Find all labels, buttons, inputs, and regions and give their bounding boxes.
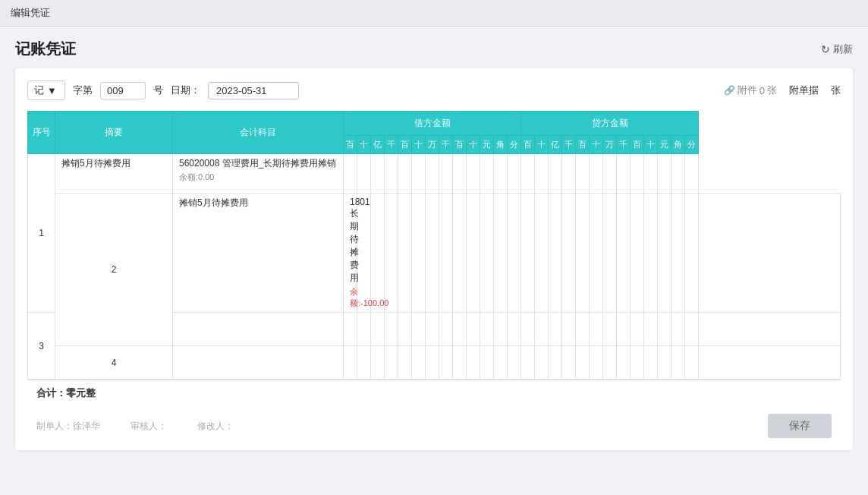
debit-cell[interactable]	[344, 154, 357, 194]
debit-cell[interactable]	[467, 194, 480, 313]
credit-cell[interactable]	[576, 346, 590, 380]
credit-cell[interactable]	[685, 346, 699, 380]
debit-cell[interactable]	[398, 346, 412, 380]
debit-cell[interactable]	[521, 346, 535, 380]
debit-cell[interactable]	[453, 194, 467, 313]
debit-cell[interactable]	[412, 154, 426, 194]
debit-cell[interactable]	[453, 346, 467, 380]
row-account[interactable]: 56020008 管理费用_长期待摊费用摊销余额:0.00	[173, 154, 344, 194]
credit-cell[interactable]	[590, 154, 603, 194]
debit-cell[interactable]	[480, 154, 494, 194]
debit-cell[interactable]	[439, 313, 453, 346]
debit-cell[interactable]	[426, 194, 439, 313]
row-summary[interactable]: 摊销5月待摊费用	[173, 194, 344, 313]
credit-cell[interactable]	[644, 313, 658, 346]
row-account[interactable]	[344, 346, 357, 380]
debit-cell[interactable]	[453, 154, 467, 194]
credit-cell[interactable]	[549, 346, 562, 380]
debit-cell[interactable]	[521, 194, 535, 313]
credit-cell[interactable]	[535, 346, 549, 380]
credit-cell[interactable]	[535, 194, 549, 313]
credit-cell[interactable]	[617, 154, 631, 194]
credit-cell[interactable]	[576, 194, 590, 313]
credit-cell[interactable]	[576, 154, 590, 194]
credit-cell[interactable]	[617, 346, 631, 380]
debit-cell[interactable]	[508, 154, 521, 194]
credit-cell[interactable]	[562, 346, 576, 380]
credit-cell[interactable]	[562, 154, 576, 194]
debit-cell[interactable]	[357, 194, 371, 313]
credit-cell[interactable]	[644, 154, 658, 194]
debit-cell[interactable]	[521, 313, 535, 346]
debit-cell[interactable]	[467, 346, 480, 380]
credit-cell[interactable]	[685, 154, 699, 194]
row-summary[interactable]: 摊销5月待摊费用	[55, 154, 173, 194]
save-button[interactable]: 保存	[768, 414, 832, 438]
debit-cell[interactable]	[439, 154, 453, 194]
debit-cell[interactable]	[357, 346, 371, 380]
credit-cell[interactable]	[671, 194, 685, 313]
debit-cell[interactable]	[412, 346, 426, 380]
credit-cell[interactable]	[562, 313, 576, 346]
credit-cell[interactable]	[576, 313, 590, 346]
credit-cell[interactable]	[631, 313, 644, 346]
debit-cell[interactable]	[508, 194, 521, 313]
credit-cell[interactable]	[590, 346, 603, 380]
debit-cell[interactable]	[371, 346, 385, 380]
debit-cell[interactable]	[385, 346, 398, 380]
credit-cell[interactable]	[671, 154, 685, 194]
credit-cell[interactable]	[549, 313, 562, 346]
credit-cell[interactable]	[603, 313, 617, 346]
credit-cell[interactable]	[631, 194, 644, 313]
debit-cell[interactable]	[480, 194, 494, 313]
debit-cell[interactable]	[480, 346, 494, 380]
credit-cell[interactable]	[603, 154, 617, 194]
credit-cell[interactable]	[549, 194, 562, 313]
debit-cell[interactable]	[398, 194, 412, 313]
credit-cell[interactable]	[671, 313, 685, 346]
row-summary[interactable]	[173, 313, 344, 346]
debit-cell[interactable]	[371, 313, 385, 346]
credit-cell[interactable]	[658, 194, 671, 313]
credit-cell[interactable]	[549, 154, 562, 194]
debit-cell[interactable]	[371, 154, 385, 194]
debit-cell[interactable]	[385, 313, 398, 346]
credit-cell[interactable]	[658, 346, 671, 380]
credit-cell[interactable]	[535, 313, 549, 346]
row-account[interactable]	[344, 313, 357, 346]
debit-cell[interactable]	[357, 154, 371, 194]
credit-cell[interactable]	[535, 154, 549, 194]
credit-cell[interactable]	[631, 154, 644, 194]
credit-cell[interactable]	[699, 346, 841, 380]
debit-cell[interactable]	[385, 194, 398, 313]
attachment-link[interactable]: 🔗 附件 0 张	[724, 84, 777, 97]
debit-cell[interactable]	[467, 154, 480, 194]
debit-cell[interactable]	[426, 313, 439, 346]
debit-cell[interactable]	[508, 346, 521, 380]
credit-cell[interactable]	[658, 313, 671, 346]
debit-cell[interactable]	[412, 313, 426, 346]
debit-cell[interactable]	[371, 194, 385, 313]
credit-cell[interactable]	[644, 194, 658, 313]
date-input[interactable]	[208, 82, 299, 99]
debit-cell[interactable]	[467, 313, 480, 346]
credit-cell[interactable]	[671, 346, 685, 380]
credit-cell[interactable]	[617, 313, 631, 346]
credit-cell[interactable]	[699, 194, 841, 313]
debit-cell[interactable]	[494, 313, 508, 346]
credit-cell[interactable]	[590, 313, 603, 346]
credit-cell[interactable]	[699, 313, 841, 346]
debit-cell[interactable]	[439, 346, 453, 380]
debit-cell[interactable]	[508, 313, 521, 346]
credit-cell[interactable]	[617, 194, 631, 313]
credit-cell[interactable]	[685, 194, 699, 313]
row-summary[interactable]	[173, 346, 344, 380]
credit-cell[interactable]	[685, 313, 699, 346]
attach-receipt[interactable]: 附单据	[789, 84, 819, 97]
debit-cell[interactable]	[494, 346, 508, 380]
debit-cell[interactable]	[357, 313, 371, 346]
voucher-number-input[interactable]	[100, 82, 146, 99]
debit-cell[interactable]	[426, 154, 439, 194]
credit-cell[interactable]	[521, 154, 535, 194]
debit-cell[interactable]	[426, 346, 439, 380]
